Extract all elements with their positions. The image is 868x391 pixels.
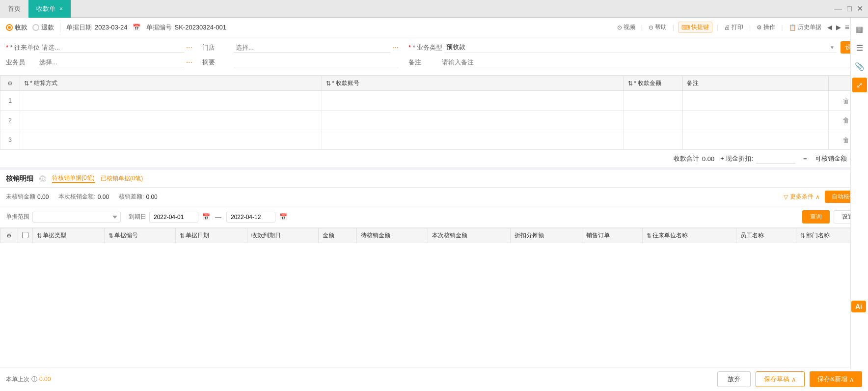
summary-label: 摘要: [202, 58, 232, 67]
remark-cell-3[interactable]: [683, 130, 829, 150]
bill-type-sort[interactable]: ⇅: [37, 232, 42, 239]
abandon-btn[interactable]: 放弃: [717, 371, 751, 387]
range-select[interactable]: [32, 212, 121, 223]
bill-number-sort[interactable]: ⇅: [108, 232, 113, 239]
tab-receipt-label: 收款单: [36, 4, 55, 13]
draft-arrow-icon: ∧: [791, 376, 796, 383]
diff-label: 核销差额:: [119, 193, 144, 201]
uncancelled-value: 0.00: [37, 194, 49, 200]
account-cell-2[interactable]: [322, 111, 624, 130]
shop-more-icon[interactable]: ···: [392, 43, 399, 52]
right-sidebar: ▦ ☰ 📎 ⤢: [850, 18, 868, 369]
minimize-icon[interactable]: —: [834, 4, 842, 13]
radio-receipt-label: 收款: [15, 23, 27, 32]
help-btn[interactable]: ⊙ 帮助: [647, 22, 669, 32]
bill-date-sort[interactable]: ⇅: [180, 232, 185, 239]
tab-home-label: 首页: [8, 4, 21, 13]
amount-cell-1[interactable]: [624, 91, 683, 111]
dept-sort[interactable]: ⇅: [800, 232, 805, 239]
payment-method-cell-2[interactable]: [20, 111, 322, 130]
current-item-label: 本单上次: [6, 375, 29, 384]
delete-icon-1[interactable]: 🗑: [841, 96, 851, 106]
counterpart-field: * 往来单位 ···: [6, 43, 192, 53]
amount-header-bottom: 金额: [319, 228, 356, 243]
payment-method-sort-icon[interactable]: ⇅: [24, 80, 29, 87]
account-sort-icon[interactable]: ⇅: [326, 80, 331, 87]
calendar-icon[interactable]: 📅: [133, 24, 140, 31]
delete-icon-3[interactable]: 🗑: [841, 135, 851, 145]
history-btn[interactable]: 📋 历史单据: [787, 22, 823, 32]
tab-close-icon[interactable]: ×: [59, 5, 63, 12]
amount-cell-2[interactable]: [624, 111, 683, 130]
sidebar-table-icon[interactable]: ▦: [852, 22, 867, 36]
date-to-input[interactable]: [226, 212, 275, 223]
sales-order-header: 销售订单: [582, 228, 642, 243]
due-date-field: 到期日 📅 — 📅: [129, 212, 287, 223]
operations-btn[interactable]: ⚙ 操作: [755, 22, 777, 32]
close-icon[interactable]: ✕: [857, 4, 863, 13]
remark-input[interactable]: [440, 57, 862, 67]
range-label: 单据范围: [6, 213, 29, 221]
discount-header: 折扣分摊额: [511, 228, 582, 243]
nav-next[interactable]: ▶: [836, 24, 841, 31]
save-draft-btn[interactable]: 保存草稿 ∧: [756, 371, 805, 387]
staff-more-icon[interactable]: ···: [186, 58, 192, 67]
amount-sort-icon[interactable]: ⇅: [628, 80, 633, 87]
counterpart-more-icon[interactable]: ···: [186, 43, 192, 52]
delete-icon-2[interactable]: 🗑: [841, 115, 851, 125]
calendar-from-icon[interactable]: 📅: [202, 213, 210, 221]
diff-stat: 核销差额: 0.00: [119, 193, 158, 201]
summary-row: 收款合计 0.00 + 现金折扣: = 可核销金额 0.00: [0, 150, 868, 168]
query-btn[interactable]: 查询: [802, 210, 830, 223]
help-icon: ⊙: [649, 24, 653, 31]
sidebar-clip-icon[interactable]: 📎: [852, 59, 867, 74]
business-type-select[interactable]: 预收款 ▼: [444, 42, 837, 53]
maximize-icon[interactable]: □: [847, 4, 852, 13]
payment-method-header: ⇅ * 结算方式: [20, 76, 322, 91]
radio-refund-dot: [32, 24, 39, 31]
sidebar-list-icon[interactable]: ☰: [852, 40, 867, 55]
video-btn[interactable]: ⊙ 视频: [615, 22, 637, 32]
save-new-btn[interactable]: 保存&新增 ∧: [810, 371, 862, 387]
summary-input[interactable]: [234, 57, 399, 67]
bottom-gear-icon[interactable]: ⚙: [6, 232, 12, 239]
nav-prev[interactable]: ◀: [827, 24, 832, 31]
shop-input[interactable]: [234, 43, 390, 53]
discount-input[interactable]: [756, 154, 795, 164]
shortcut-btn[interactable]: ⌨ 快捷键: [678, 22, 712, 33]
uncancelled-stat: 未核销金额 0.00: [6, 193, 49, 201]
table-gear-icon[interactable]: ⚙: [7, 80, 13, 87]
save-new-arrow-icon: ∧: [849, 376, 854, 383]
tab-home[interactable]: 首页: [0, 0, 28, 18]
number-field: 单据编号 SK-20230324-001: [146, 23, 227, 32]
completed-tab[interactable]: 已核销单据(0笔): [101, 174, 143, 183]
staff-input[interactable]: [37, 57, 184, 67]
verify-info-icon[interactable]: ⓘ: [39, 175, 46, 182]
more-conditions-label: 更多条件: [790, 193, 814, 201]
tab-receipt[interactable]: 收款单 ×: [28, 0, 71, 18]
amount-cell-3[interactable]: [624, 130, 683, 150]
footer-info-icon[interactable]: ⓘ: [31, 375, 37, 384]
sidebar-expand-icon[interactable]: ⤢: [852, 78, 867, 92]
remark-cell-1[interactable]: [683, 91, 829, 111]
account-cell-1[interactable]: [322, 91, 624, 111]
select-all-checkbox[interactable]: [22, 232, 28, 238]
remark-cell-2[interactable]: [683, 111, 829, 130]
counterpart-input[interactable]: [40, 43, 184, 53]
counterpart-sort[interactable]: ⇅: [647, 232, 651, 239]
ai-badge[interactable]: Ai: [851, 301, 866, 312]
remark-header: 备注: [683, 76, 829, 91]
payment-method-cell-1[interactable]: [20, 91, 322, 111]
view-list-icon[interactable]: ≡: [845, 23, 849, 32]
account-cell-3[interactable]: [322, 130, 624, 150]
payment-method-cell-3[interactable]: [20, 130, 322, 150]
date-range-separator: —: [215, 213, 221, 221]
pending-tab[interactable]: 待核销单据(0笔): [52, 174, 95, 183]
range-field: 单据范围: [6, 212, 121, 223]
date-from-input[interactable]: [149, 212, 198, 223]
calendar-to-icon[interactable]: 📅: [279, 213, 287, 221]
print-btn[interactable]: 🖨 打印: [722, 22, 745, 32]
more-conditions-btn[interactable]: ▽ 更多条件 ∧: [784, 193, 820, 201]
radio-refund[interactable]: 退款: [32, 23, 54, 32]
radio-receipt[interactable]: 收款: [6, 23, 27, 32]
